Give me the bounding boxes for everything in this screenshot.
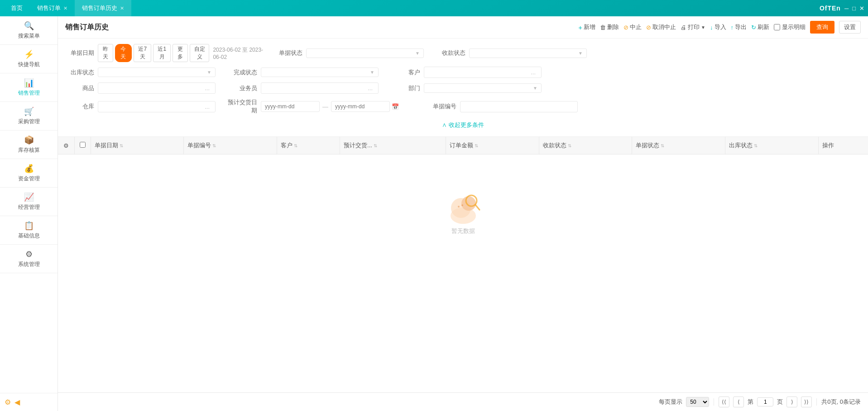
sidebar-settings-icon[interactable]: ⚙	[5, 398, 11, 406]
select-all-checkbox[interactable]	[80, 142, 86, 148]
filter-row-2: 出库状态 ▼ 完成状态 ▼ 客户 ...	[65, 67, 861, 78]
salesperson-label: 业务员	[225, 84, 261, 92]
print-icon: 🖨	[681, 24, 686, 31]
stop-button[interactable]: ⊘ 中止	[623, 23, 642, 31]
outbound-status-select[interactable]: ▼	[98, 68, 216, 77]
sidebar-item-search-label: 搜索菜单	[18, 32, 40, 40]
sort-amount-icon[interactable]: ⇅	[475, 143, 478, 148]
tab-sales-order-history[interactable]: 销售订单历史 ✕	[75, 0, 131, 16]
page-number-input[interactable]	[757, 397, 773, 406]
calendar-end-icon[interactable]: 📅	[392, 103, 399, 110]
order-no-input[interactable]	[464, 103, 574, 110]
department-select[interactable]: ▼	[424, 83, 542, 93]
delivery-date-end[interactable]	[331, 101, 390, 112]
warehouse-input[interactable]	[102, 103, 203, 110]
warehouse-dots[interactable]: ...	[203, 103, 211, 110]
th-amount-label: 订单金额	[450, 141, 473, 150]
finance-icon: 💰	[24, 164, 34, 174]
export-button[interactable]: ↑ 导出	[731, 23, 747, 31]
next-page-btn[interactable]: ⟩	[786, 396, 797, 407]
last-page-btn[interactable]: ⟩⟩	[801, 396, 812, 407]
page-size-select[interactable]: 50 10 20 100	[686, 397, 709, 407]
delivery-date-start[interactable]	[261, 101, 320, 112]
sidebar-item-finance-label: 资金管理	[18, 175, 40, 183]
prev-page-btn[interactable]: ⟨	[733, 396, 744, 407]
customer-input[interactable]	[428, 69, 529, 76]
sort-customer-icon[interactable]: ⇅	[294, 143, 297, 148]
print-button[interactable]: 🖨 打印 ▼	[681, 23, 705, 31]
sort-no-icon[interactable]: ⇅	[212, 143, 216, 148]
collapse-row[interactable]: ∧ 收起更多条件	[65, 119, 861, 131]
query-button[interactable]: 查询	[810, 21, 834, 34]
sidebar-item-inventory[interactable]: 📦 库存核算	[0, 131, 58, 159]
yesterday-btn[interactable]: 昨天	[98, 44, 113, 62]
completion-dropdown-icon: ▼	[370, 70, 374, 75]
table-header-row: ⚙ 单据日期 ⇅	[58, 137, 868, 155]
product-input[interactable]	[102, 85, 203, 92]
window-minimize[interactable]: ─	[844, 5, 849, 12]
th-settings[interactable]: ⚙	[58, 137, 74, 155]
sidebar-item-quick-nav[interactable]: ⚡ 快捷导航	[0, 45, 58, 73]
completion-status-select[interactable]: ▼	[261, 68, 379, 77]
window-close[interactable]: ✕	[859, 5, 864, 12]
content-area: 销售订单历史 + 新增 🗑 删除 ⊘ 中止 ⊘	[58, 16, 868, 411]
tab-sales-order[interactable]: 销售订单 ✕	[30, 0, 75, 16]
sort-receipt-icon[interactable]: ⇅	[568, 143, 571, 148]
filter-row-3: 商品 ... 业务员 ... 部门 ▼	[65, 82, 861, 94]
total-records: 共0页, 0条记录	[821, 398, 861, 406]
toolbar: + 新增 🗑 删除 ⊘ 中止 ⊘ 取消中止	[578, 21, 861, 34]
sidebar-item-system[interactable]: ⚙ 系统管理	[0, 245, 58, 273]
export-icon: ↑	[731, 24, 734, 31]
page-label-2: 页	[777, 398, 783, 406]
sort-delivery-icon[interactable]: ⇅	[374, 143, 377, 148]
customer-dots[interactable]: ...	[529, 69, 537, 76]
first-page-btn[interactable]: ⟨⟨	[719, 396, 729, 407]
tab-sales-order-history-close[interactable]: ✕	[120, 5, 124, 11]
sidebar-item-search[interactable]: 🔍 搜索菜单	[0, 16, 58, 45]
sort-order-status-icon[interactable]: ⇅	[661, 143, 664, 148]
today-btn[interactable]: 今天	[115, 44, 132, 62]
display-detail-checkbox[interactable]	[774, 24, 780, 30]
add-button[interactable]: + 新增	[578, 23, 595, 31]
svg-point-2	[461, 196, 476, 211]
cancel-stop-label: 取消中止	[652, 23, 676, 31]
sort-outbound-icon[interactable]: ⇅	[754, 143, 758, 148]
custom-btn[interactable]: 自定义	[190, 44, 209, 62]
product-dots[interactable]: ...	[203, 85, 211, 92]
th-customer: 客户 ⇅	[277, 137, 340, 155]
th-checkbox[interactable]	[74, 137, 91, 155]
sidebar-item-finance[interactable]: 💰 资金管理	[0, 159, 58, 188]
sidebar-item-sales[interactable]: 📊 销售管理	[0, 73, 58, 102]
sidebar-item-operations[interactable]: 📈 经营管理	[0, 188, 58, 216]
th-order-status-label: 单据状态	[636, 141, 659, 150]
table-settings-icon[interactable]: ⚙	[63, 142, 69, 149]
operations-icon: 📈	[24, 192, 34, 202]
tab-home[interactable]: 首页	[4, 0, 30, 16]
sort-date-icon[interactable]: ⇅	[120, 143, 123, 148]
last1month-btn[interactable]: 近1月	[153, 44, 171, 62]
top-bar: 首页 销售订单 ✕ 销售订单历史 ✕ OfTEn ─ □ ✕	[0, 0, 868, 16]
receipt-status-select[interactable]: ▼	[469, 48, 587, 58]
salesperson-input[interactable]	[265, 85, 366, 92]
tab-sales-order-label: 销售订单	[37, 4, 61, 12]
sidebar-collapse-icon[interactable]: ◀	[14, 398, 20, 406]
more-btn[interactable]: 更多	[173, 44, 188, 62]
tab-sales-order-close[interactable]: ✕	[63, 5, 67, 11]
delete-button[interactable]: 🗑 删除	[600, 23, 619, 31]
th-receipt-status-label: 收款状态	[543, 141, 566, 150]
sidebar-item-purchase[interactable]: 🛒 采购管理	[0, 102, 58, 131]
outbound-dropdown-icon: ▼	[207, 70, 211, 75]
window-maximize[interactable]: □	[852, 5, 856, 12]
settings-button[interactable]: 设置	[839, 21, 861, 34]
system-icon: ⚙	[25, 249, 33, 259]
th-date: 单据日期 ⇅	[91, 137, 184, 155]
sidebar-item-master-data[interactable]: 📋 基础信息	[0, 216, 58, 245]
order-status-select[interactable]: ▼	[306, 48, 424, 58]
salesperson-dots[interactable]: ...	[366, 85, 374, 92]
date-separator: —	[320, 103, 331, 110]
cancel-stop-button[interactable]: ⊘ 取消中止	[646, 23, 676, 31]
refresh-button[interactable]: ↻ 刷新	[751, 23, 769, 31]
warehouse-label: 仓库	[65, 102, 98, 111]
import-button[interactable]: ↓ 导入	[710, 23, 726, 31]
last7days-btn[interactable]: 近7天	[134, 44, 151, 62]
